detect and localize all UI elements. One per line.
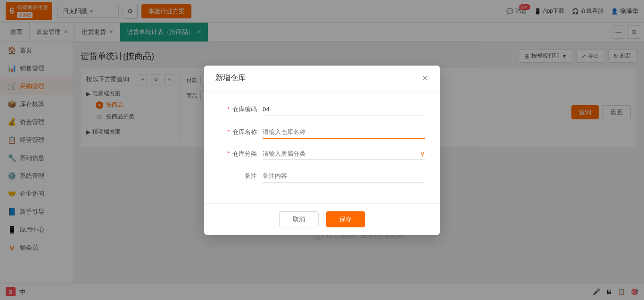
name-form-row: * 仓库名称 (219, 125, 425, 139)
save-button[interactable]: 保存 (326, 211, 365, 227)
remark-input[interactable] (263, 169, 425, 183)
remark-label: 备注 (219, 172, 257, 180)
code-form-row: * 仓库编码 (219, 103, 425, 116)
category-select-input[interactable] (263, 150, 420, 157)
add-warehouse-modal: 新增仓库 ✕ * 仓库编码 * 仓库名称 (204, 66, 440, 235)
remark-form-row: 备注 (219, 169, 425, 183)
modal-close-button[interactable]: ✕ (421, 73, 429, 83)
category-dropdown-icon[interactable]: ∨ (420, 150, 425, 158)
modal-body: * 仓库编码 * 仓库名称 * 仓库分类 (204, 92, 440, 203)
code-label: * 仓库编码 (219, 105, 257, 114)
warehouse-code-input[interactable] (263, 103, 425, 116)
category-form-row: * 仓库分类 ∨ (219, 148, 425, 160)
modal-overlay: 新增仓库 ✕ * 仓库编码 * 仓库名称 (0, 0, 644, 300)
modal-title: 新增仓库 (215, 73, 246, 83)
cancel-button[interactable]: 取消 (279, 211, 319, 227)
modal-footer: 取消 保存 (204, 203, 440, 235)
modal-header: 新增仓库 ✕ (204, 66, 440, 92)
category-select-wrapper: ∨ (263, 148, 425, 160)
category-label: * 仓库分类 (219, 150, 257, 158)
warehouse-name-input[interactable] (263, 125, 425, 139)
name-label: * 仓库名称 (219, 128, 257, 136)
